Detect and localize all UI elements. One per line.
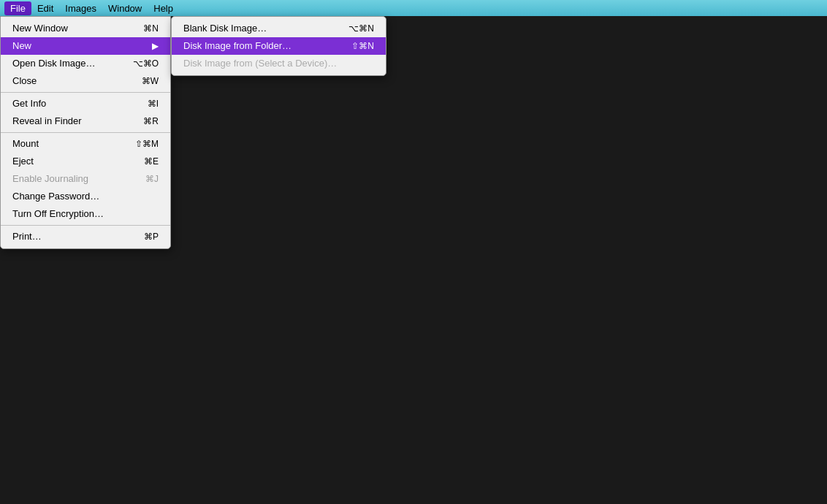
submenu-item-disk-image-from-device[interactable]: Disk Image from (Select a Device)…: [172, 55, 386, 72]
menu-item-eject[interactable]: Eject ⌘E: [1, 153, 170, 170]
menubar: File Edit Images Window Help: [0, 0, 827, 16]
menu-item-get-info[interactable]: Get Info ⌘I: [1, 95, 170, 112]
menu-item-reveal-in-finder[interactable]: Reveal in Finder ⌘R: [1, 112, 170, 130]
menu-item-change-password[interactable]: Change Password…: [1, 188, 170, 205]
menu-item-mount[interactable]: Mount ⇧⌘M: [1, 135, 170, 153]
menubar-item-images[interactable]: Images: [59, 1, 102, 15]
separator-2: [1, 132, 170, 133]
menu-item-open-disk-image[interactable]: Open Disk Image… ⌥⌘O: [1, 55, 170, 72]
new-submenu-dropdown: Blank Disk Image… ⌥⌘N Disk Image from Fo…: [171, 16, 386, 76]
menu-item-enable-journaling[interactable]: Enable Journaling ⌘J: [1, 170, 170, 188]
menubar-item-window[interactable]: Window: [102, 1, 148, 15]
submenu-item-disk-image-from-folder[interactable]: Disk Image from Folder… ⇧⌘N: [172, 37, 386, 55]
menu-item-close[interactable]: Close ⌘W: [1, 72, 170, 90]
separator-1: [1, 92, 170, 93]
menubar-item-file[interactable]: File: [4, 1, 31, 15]
menu-item-print[interactable]: Print… ⌘P: [1, 228, 170, 245]
menubar-item-help[interactable]: Help: [148, 1, 179, 15]
separator-3: [1, 225, 170, 226]
menubar-item-edit[interactable]: Edit: [31, 1, 59, 15]
file-menu-dropdown: New Window ⌘N New ▶ Open Disk Image… ⌥⌘O…: [0, 16, 171, 249]
submenu-item-blank-disk-image[interactable]: Blank Disk Image… ⌥⌘N: [172, 20, 386, 37]
menu-item-new[interactable]: New ▶: [1, 37, 170, 55]
menu-item-new-window[interactable]: New Window ⌘N: [1, 20, 170, 37]
menu-item-turn-off-encryption[interactable]: Turn Off Encryption…: [1, 205, 170, 223]
